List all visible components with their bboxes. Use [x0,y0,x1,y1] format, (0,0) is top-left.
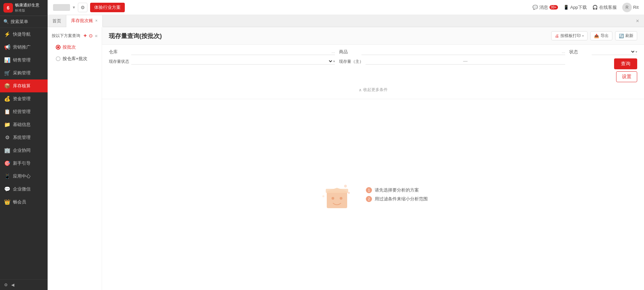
page-title: 现存量查询(按批次) [109,32,162,40]
page-header-actions: 🖨 按模板打印 ▾ 📤 导出 🔄 刷新 [551,31,637,40]
topbar-messages[interactable]: 💬 消息 99+ [532,4,558,11]
sidebar-collapse-btn[interactable]: ◀ [11,283,14,287]
scheme-item-batch[interactable]: 按批次 [48,41,102,53]
print-dropdown-arrow[interactable]: ▾ [582,34,584,38]
app-version: 标准版 [15,8,39,13]
sidebar-item-guide[interactable]: 🎯 新手引导 [0,157,48,170]
sidebar-item-purchase[interactable]: 🛒 采购管理 [0,67,48,79]
filter-product-row: 商品 ... [339,49,565,55]
scheme-radio-active [56,45,61,50]
print-btn[interactable]: 🖨 按模板打印 ▾ [551,31,588,40]
status-select[interactable]: 全部 启用 停用 [592,49,635,55]
topbar-settings-icon: ⚙ [81,5,85,10]
topbar-user[interactable]: R Rit [622,3,639,12]
topbar-app-download[interactable]: 📱 App下载 [563,4,587,11]
svg-point-6 [348,192,350,194]
collapse-filter-btn[interactable]: ∧ 收起更多条件 [359,85,388,95]
tabbar: 首页 库存批次账 × × [48,15,644,27]
add-scheme-btn[interactable]: + [84,33,87,39]
print-icon: 🖨 [555,34,559,38]
query-btn[interactable]: 查询 [614,58,637,69]
status-arrow: ▾ [635,50,637,54]
stock-status-label: 现存量状态 [109,59,129,65]
tab-inventory-batch[interactable]: 库存批次账 × [66,15,103,27]
sidebar-item-wechat[interactable]: 💬 企业微信 [0,183,48,196]
status-label: 状态 [569,49,590,55]
sidebar-item-operations[interactable]: 📋 经营管理 [0,105,48,118]
tab-home[interactable]: 首页 [48,15,66,27]
export-btn[interactable]: 📤 导出 [590,31,612,40]
product-label: 商品 [339,49,359,55]
sidebar-item-basics[interactable]: 📁 基础信息 [0,118,48,131]
tab-close-all-btn[interactable]: × [634,17,641,25]
filter-action-btns: 查询 设置 [569,58,637,82]
product-input-wrap: ... [361,49,565,55]
sidebar-settings-btn[interactable]: ⚙ [4,283,8,287]
app-logo: 6 [3,3,13,13]
warehouse-input[interactable] [131,49,332,54]
collapse-footer-icon: ◀ [11,283,14,287]
app-download-icon: 📱 [563,5,569,10]
filter-stock-qty-row: 现存量（主） — [339,58,565,65]
sidebar-item-enterprise[interactable]: 🏢 企业协同 [0,144,48,157]
sidebar-item-system[interactable]: ⚙ 系统管理 [0,131,48,144]
stock-qty-dash: — [462,58,469,64]
filter-col-3: 状态 全部 启用 停用 ▾ [569,49,637,82]
filter-col-1: 仓库 ... 现存量状态 全部 [109,49,335,65]
filter-settings-btn[interactable]: 设置 [616,71,637,82]
apps-icon: 📱 [4,173,10,179]
filter-grid: 仓库 ... 现存量状态 全部 [109,49,637,82]
stock-qty-from-input[interactable] [366,58,462,64]
topbar-online-service[interactable]: 🎧 在线客服 [592,4,617,11]
sidebar-search[interactable]: 🔍 搜索菜单 [0,16,48,28]
empty-tips: 1 请先选择要分析的方案 2 用过滤条件来缩小分析范围 [366,187,428,202]
messages-icon: 💬 [532,5,538,10]
stock-qty-label: 现存量（主） [339,59,363,65]
warehouse-input-wrap: ... [131,49,335,55]
sidebar-item-inventory[interactable]: 📦 库存核算 [0,79,48,92]
sidebar-item-quick-nav[interactable]: ⚡ 快捷导航 [0,28,48,41]
svg-point-4 [340,197,342,200]
export-icon: 📤 [594,34,599,38]
topbar-trial-btn[interactable]: 体验行业方案 [90,3,125,12]
sidebar-item-apps[interactable]: 📱 应用中心 [0,170,48,183]
sidebar-item-finance[interactable]: 💰 资金管理 [0,92,48,105]
right-panel: 现存量查询(按批次) 🖨 按模板打印 ▾ 📤 导出 🔄 刷新 [102,27,644,290]
tab-close-btn[interactable]: × [95,18,98,23]
inventory-icon: 📦 [4,83,10,89]
svg-point-5 [344,185,347,187]
product-more-btn[interactable]: ... [562,49,565,54]
search-icon: 🔍 [3,19,9,24]
filter-col-2: 商品 ... 现存量（主） — [339,49,565,65]
stock-qty-input-wrap: — [366,58,565,65]
empty-state: 1 请先选择要分析的方案 2 用过滤条件来缩小分析范围 [102,99,644,290]
sidebar-item-member[interactable]: 👑 畅会员 [0,196,48,209]
topbar-dropdown-arrow[interactable]: ▾ [73,5,75,10]
refresh-btn[interactable]: 🔄 刷新 [615,31,637,40]
sidebar-item-marketing[interactable]: 📢 营销推广 [0,41,48,54]
panel-collapse-btn[interactable]: « [95,33,98,38]
filter-warehouse-row: 仓库 ... [109,49,335,55]
warehouse-more-btn[interactable]: ... [332,49,335,54]
sidebar: 6 畅康通好生意 标准版 🔍 搜索菜单 ⚡ 快捷导航 📢 营销推广 📊 销售管理… [0,0,48,290]
online-service-icon: 🎧 [592,5,598,10]
settings-footer-icon: ⚙ [4,283,8,287]
stock-status-arrow: ▾ [333,59,335,63]
stock-qty-to-input[interactable] [469,58,565,64]
page-header: 现存量查询(按批次) 🖨 按模板打印 ▾ 📤 导出 🔄 刷新 [102,27,644,45]
scheme-settings-btn[interactable]: ⊙ [89,33,93,38]
left-panel: 按以下方案查询 + ⊙ « 按批次 按仓库+批次 [48,27,102,290]
scheme-item-warehouse-batch[interactable]: 按仓库+批次 [48,53,102,65]
product-input[interactable] [361,49,562,54]
left-panel-header: 按以下方案查询 + ⊙ « [48,30,102,41]
scheme-radio-inactive [56,56,61,61]
stock-status-select[interactable]: 全部 有库存 无库存 [131,58,333,64]
finance-icon: 💰 [4,96,10,102]
sidebar-item-sales[interactable]: 📊 销售管理 [0,54,48,67]
topbar-settings-btn[interactable]: ⚙ [78,3,87,12]
tip-num-1: 1 [366,187,372,193]
stock-status-select-wrap: 全部 有库存 无库存 ▾ [131,58,335,65]
topbar-left: ▾ ⚙ 体验行业方案 [53,3,529,12]
filter-area: 仓库 ... 现存量状态 全部 [102,45,644,99]
empty-svg [318,176,356,213]
